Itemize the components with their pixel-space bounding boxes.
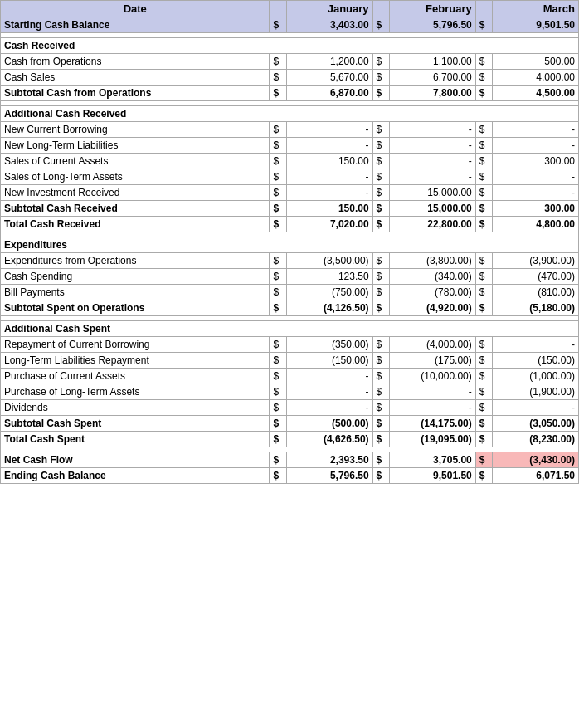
bp-feb: (780.00) [389,285,475,300]
plta-mar: (1,900.00) [493,384,579,400]
subtotal-cs-label: Subtotal Cash Spent [1,416,270,432]
ncf-jan: 2,393.50 [286,452,372,468]
subtotal-cs-jan: (500.00) [286,416,372,432]
cfo-feb-val: 1,100.00 [389,54,475,70]
cs-label: Cash Spending [1,269,270,285]
rcb-feb: (4,000.00) [389,337,475,353]
subtotal-cr-feb: 15,000.00 [389,201,475,217]
plta-label: Purchase of Long-Term Assets [1,384,270,400]
subtotal-cash-spent-row: Subtotal Cash Spent $ (500.00) $ (14,175… [1,416,579,432]
repayment-current-borrowing-row: Repayment of Current Borrowing $ (350.00… [1,337,579,353]
rcb-mar: - [493,337,579,353]
ncf-feb: 3,705.00 [389,452,475,468]
sales-current-assets-row: Sales of Current Assets $ 150.00 $ - $ 3… [1,154,579,169]
expenditures-header-row: Expenditures [1,237,579,253]
subtotal-cs-feb: (14,175.00) [389,416,475,432]
ending-cash-balance-row: Ending Cash Balance $ 5,796.50 $ 9,501.5… [1,468,579,484]
cash-from-ops-label: Cash from Operations [1,54,270,70]
subtotal-cs-mar: (3,050.00) [493,416,579,432]
bp-jan: (750.00) [286,285,372,300]
cash-sales-label: Cash Sales [1,70,270,86]
nir-mar: - [493,185,579,201]
cfo-mar-val: 500.00 [493,54,579,70]
sales-longterm-assets-row: Sales of Long-Term Assets $ - $ - $ - [1,169,579,185]
ncb-mar: - [493,122,579,138]
subtotal-cr-label: Subtotal Cash Received [1,201,270,217]
cash-sales-row: Cash Sales $ 5,670.00 $ 6,700.00 $ 4,000… [1,70,579,86]
starting-label: Starting Cash Balance [1,17,270,33]
total-cr-jan: 7,020.00 [286,217,372,232]
starting-mar-sym: $ [475,17,492,33]
march-header: March [493,1,579,17]
total-cash-spent-row: Total Cash Spent $ (4,626.50) $ (19,095.… [1,432,579,447]
cfo-mar-sym: $ [475,54,492,70]
ncf-label: Net Cash Flow [1,452,270,468]
nltl-mar: - [493,138,579,154]
cs-mar: (470.00) [493,269,579,285]
total-cr-feb: 22,800.00 [389,217,475,232]
subtotal-sops-jan: (4,126.50) [286,300,372,316]
cash-sales-feb: 6,700.00 [389,70,475,86]
rcb-jan: (350.00) [286,337,372,353]
ecb-feb: 9,501.50 [389,468,475,484]
subtotal-sops-label: Subtotal Spent on Operations [1,300,270,316]
efo-label: Expenditures from Operations [1,253,270,269]
new-investment-received-row: New Investment Received $ - $ 15,000.00 … [1,185,579,201]
expenditures-title: Expenditures [1,237,579,253]
nir-feb: 15,000.00 [389,185,475,201]
nltl-feb: - [389,138,475,154]
bp-mar: (810.00) [493,285,579,300]
plta-jan: - [286,384,372,400]
dividends-row: Dividends $ - $ - $ - [1,400,579,416]
pca-mar: (1,000.00) [493,369,579,384]
subtotal-sops-feb: (4,920.00) [389,300,475,316]
efo-mar: (3,900.00) [493,253,579,269]
total-cs-label: Total Cash Spent [1,432,270,447]
january-header: January [286,1,372,17]
starting-cash-balance-row: Starting Cash Balance $ 3,403.00 $ 5,796… [1,17,579,33]
additional-cash-spent-title: Additional Cash Spent [1,321,579,337]
ncb-feb: - [389,122,475,138]
div-label: Dividends [1,400,270,416]
subtotal-cr-mar: 300.00 [493,201,579,217]
starting-feb-sym: $ [372,17,389,33]
ecb-jan: 5,796.50 [286,468,372,484]
additional-cash-spent-header-row: Additional Cash Spent [1,321,579,337]
expenditures-from-ops-row: Expenditures from Operations $ (3,500.00… [1,253,579,269]
cash-received-header-row: Cash Received [1,38,579,54]
cs-jan: 123.50 [286,269,372,285]
feb-header-spacer [372,1,389,17]
ltlr-feb: (175.00) [389,353,475,369]
pca-label: Purchase of Current Assets [1,369,270,384]
sca-feb: - [389,154,475,169]
ecb-label: Ending Cash Balance [1,468,270,484]
cs-feb: (340.00) [389,269,475,285]
table-header: Date January February March [1,1,579,17]
bill-payments-row: Bill Payments $ (750.00) $ (780.00) $ (8… [1,285,579,300]
february-header: February [389,1,475,17]
cash-received-title: Cash Received [1,38,579,54]
cash-spending-row: Cash Spending $ 123.50 $ (340.00) $ (470… [1,269,579,285]
cash-sales-mar: 4,000.00 [493,70,579,86]
subtotal-cash-from-ops-row: Subtotal Cash from Operations $ 6,870.00… [1,86,579,101]
cash-from-operations-row: Cash from Operations $ 1,200.00 $ 1,100.… [1,54,579,70]
starting-jan-val: 3,403.00 [286,17,372,33]
cash-sales-jan: 5,670.00 [286,70,372,86]
net-cash-flow-row: Net Cash Flow $ 2,393.50 $ 3,705.00 $ (3… [1,452,579,468]
div-feb: - [389,400,475,416]
subtotal-sops-mar: (5,180.00) [493,300,579,316]
purchase-current-assets-row: Purchase of Current Assets $ - $ (10,000… [1,369,579,384]
ltlr-mar: (150.00) [493,353,579,369]
ltlr-label: Long-Term Liabilities Repayment [1,353,270,369]
subtotal-cfops-feb: 7,800.00 [389,86,475,101]
efo-feb: (3,800.00) [389,253,475,269]
nltl-label: New Long-Term Liabilities [1,138,270,154]
subtotal-cash-received-row: Subtotal Cash Received $ 150.00 $ 15,000… [1,201,579,217]
new-current-borrowing-row: New Current Borrowing $ - $ - $ - [1,122,579,138]
subtotal-spent-ops-row: Subtotal Spent on Operations $ (4,126.50… [1,300,579,316]
additional-cash-received-header-row: Additional Cash Received [1,106,579,122]
mar-header-spacer [475,1,492,17]
starting-jan-sym: $ [270,17,286,33]
sca-label: Sales of Current Assets [1,154,270,169]
total-cs-feb: (19,095.00) [389,432,475,447]
